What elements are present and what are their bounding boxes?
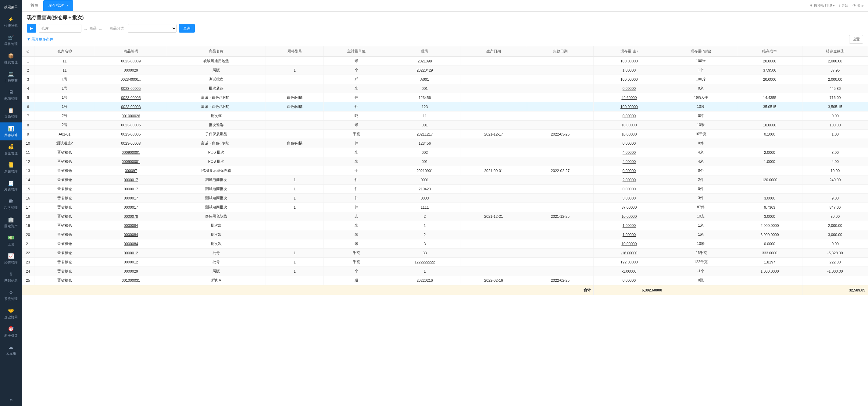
table-cell: 2 [22,66,34,75]
table-cell[interactable]: 2.00000 [594,175,664,184]
table-cell [527,175,593,184]
table-cell: 米 [324,84,389,93]
table-cell[interactable]: 87.00000 [594,203,664,212]
sidebar-item-固定资产[interactable]: 🏢 固定资产 [0,213,22,232]
table-cell: 测试批次 [167,75,266,84]
tab-inventory-batch[interactable]: 库存批次 × [43,0,73,11]
table-cell: 1 [266,194,323,203]
table-cell: 批次遴选 [167,121,266,130]
sidebar-item-采购管理[interactable]: 📋 采购管理 [0,104,22,123]
table-cell [802,184,868,194]
category-select[interactable] [128,24,177,33]
table-cell[interactable]: 100.00000 [594,102,664,111]
export-btn[interactable]: ↑ 导出 [838,3,848,8]
table-cell: 120.0000 [737,175,802,184]
expand-filter-btn[interactable]: ▼ 展开更多条件 [27,37,53,42]
sidebar-item-工资[interactable]: 💵 工资 [0,232,22,250]
table-row: 72号001000026批次框吨110.000000吨0.00 [22,111,868,121]
table-cell: 10米 [664,239,737,248]
table-cell [266,221,323,230]
sidebar-item-新手引导[interactable]: 🎯 新手引导 [0,323,22,341]
table-cell: 0000017 [95,203,167,212]
category-label: 商品分类 [110,26,124,31]
table-cell[interactable]: 122.00000 [594,258,664,267]
goods-label: 商品 [89,26,97,31]
table-cell: 0米 [664,84,737,93]
warehouse-filter-input[interactable] [39,24,82,33]
sidebar-item-总账管理[interactable]: 📒 总账管理 [0,159,22,177]
table-cell: 批次次 [167,230,266,239]
management-icon: 📈 [1,253,21,260]
sidebar-item-基础信息[interactable]: ℹ 基础信息 [0,268,22,286]
table-cell [460,203,527,212]
table-cell: 件 [324,139,389,148]
sidebar-item-小额电商[interactable]: 💻 小额电商 [0,68,22,86]
table-cell [527,194,593,203]
table-cell: 展版 [167,267,266,276]
table-cell: 1 [22,57,34,66]
table-cell[interactable]: 4.00000 [594,157,664,166]
sidebar-item-资金管理[interactable]: 💰 资金管理 [0,140,22,159]
sidebar-item-库存核算[interactable]: 📊 库存核算 [0,123,22,141]
table-cell: 10千克 [664,130,737,139]
table-cell: 2021-12-21 [460,212,527,221]
sidebar-item-云应用[interactable]: ☁ 云应用 [0,341,22,359]
sidebar-item-批发管理[interactable]: 📦 批发管理 [0,49,22,68]
top-tabs: 首页 库存批次 × 🖨 按模板打印 ▾ ↑ 导出 👁 显示 [22,0,868,11]
table-cell[interactable]: -1.00000 [594,267,664,276]
table-cell[interactable]: 0.00000 [594,166,664,175]
table-cell: 1 [266,258,323,267]
table-cell[interactable]: 49.60000 [594,93,664,102]
table-cell[interactable]: 0.00000 [594,84,664,93]
sidebar-item-系统管理[interactable]: ⚙ 系统管理 [0,286,22,305]
filter-dots-1: ... [84,26,87,30]
settings-btn[interactable]: 设置 [849,35,863,43]
table-cell[interactable]: 0.00000 [594,139,664,148]
table-cell [460,239,527,248]
tab-close-icon[interactable]: × [66,4,68,7]
sidebar-item-电商管理[interactable]: 🖥 电商管理 [0,86,22,104]
tab-home[interactable]: 首页 [26,0,43,11]
display-btn[interactable]: 👁 显示 [852,3,864,8]
table-cell [527,184,593,194]
row-select-icon[interactable]: ☉ [26,49,30,54]
sidebar-item-税务管理[interactable]: 🏛 税务管理 [0,195,22,213]
table-cell: 10米 [664,121,737,130]
table-cell[interactable]: 10.00000 [594,239,664,248]
sidebar-logo[interactable]: 搜索菜单 [3,2,19,12]
table-cell[interactable]: 10.00000 [594,212,664,221]
table-cell[interactable]: 0.00000 [594,184,664,194]
sidebar-item-快捷导航[interactable]: ⚡ 快捷导航 [0,13,22,31]
search-button[interactable]: 查询 [179,24,195,33]
sidebar-item-发票管理[interactable]: 🧾 发票管理 [0,177,22,195]
sidebar-item-零售管理[interactable]: 🛒 零售管理 [0,31,22,49]
table-row: 13晋省粮仓000097POS显示率保养霜个202109012021-09-01… [22,166,868,175]
table-cell [737,276,802,285]
sidebar-item-企业协同[interactable]: 🤝 企业协同 [0,305,22,323]
table-cell[interactable]: 4.00000 [594,148,664,157]
filter-toggle-btn[interactable]: ▶ [27,24,36,33]
table-cell: 1.00 [802,130,868,139]
table-cell[interactable]: 1.00000 [594,66,664,75]
table-cell: 0023-00008 [95,139,167,148]
table-cell[interactable]: 10.00000 [594,121,664,130]
table-row: 22晋省粮仓0000012批号1千克33-16.00000-16千克333.00… [22,248,868,258]
table-cell [266,157,323,166]
sidebar-settings[interactable]: ⚙ [9,395,13,406]
table-row: 25晋省粮仓001000031鲜肉A瓶202202162022-02-16202… [22,276,868,285]
table-cell[interactable]: 1.00000 [594,221,664,230]
table-cell [802,139,868,148]
table-cell[interactable]: 10.00000 [594,130,664,139]
sidebar-item-经营管理[interactable]: 📈 经营管理 [0,250,22,268]
table-cell[interactable]: 100.00000 [594,75,664,84]
table-cell: 子件保质期品 [167,130,266,139]
table-cell[interactable]: 100.00000 [594,57,664,66]
table-cell[interactable]: 1.00000 [594,230,664,239]
table-cell[interactable]: 0.00000 [594,111,664,121]
table-cell: 2022-02-27 [527,166,593,175]
print-btn[interactable]: 🖨 按模板打印 ▾ [809,3,835,8]
footer-empty [664,285,737,295]
table-cell[interactable]: 3.00000 [594,194,664,203]
table-cell[interactable]: 0.00000 [594,276,664,285]
table-cell[interactable]: -16.00000 [594,248,664,258]
